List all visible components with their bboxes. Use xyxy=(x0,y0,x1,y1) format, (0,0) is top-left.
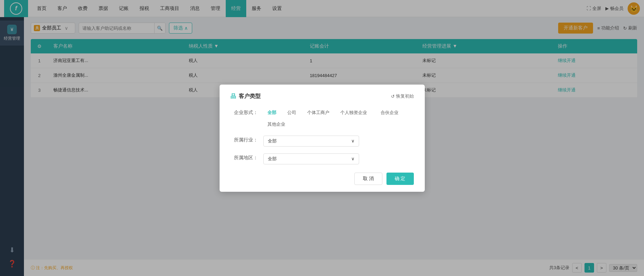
reset-icon: ↺ xyxy=(391,94,395,99)
region-form-row: 所属地区： 全部 ∨ xyxy=(231,153,414,164)
enterprise-tag-all[interactable]: 全部 xyxy=(263,108,280,117)
industry-select[interactable]: 全部 ∨ xyxy=(263,136,359,147)
industry-dropdown-icon: ∨ xyxy=(351,138,355,143)
dialog-footer: 取 消 确 定 xyxy=(231,173,414,185)
reset-button[interactable]: ↺ 恢复初始 xyxy=(391,93,414,99)
industry-form-row: 所属行业： 全部 ∨ xyxy=(231,136,414,147)
enterprise-tag-partnership[interactable]: 合伙企业 xyxy=(377,108,403,117)
dialog-title-icon: 品 xyxy=(231,93,236,100)
industry-form-content: 全部 ∨ xyxy=(263,136,414,147)
region-value: 全部 xyxy=(268,156,277,162)
filter-dialog-overlay[interactable]: 品 客户类型 ↺ 恢复初始 企业形式： 全部 公司 个体工商户 个人独资企业 合… xyxy=(0,0,644,276)
confirm-button[interactable]: 确 定 xyxy=(386,173,414,185)
region-dropdown-icon: ∨ xyxy=(351,156,355,161)
region-label: 所属地区： xyxy=(231,153,258,161)
dialog-title-text: 客户类型 xyxy=(239,93,261,100)
cancel-button[interactable]: 取 消 xyxy=(354,173,382,185)
enterprise-tag-group: 全部 公司 个体工商户 个人独资企业 合伙企业 其他企业 xyxy=(263,108,414,129)
enterprise-tag-company[interactable]: 公司 xyxy=(283,108,300,117)
industry-value: 全部 xyxy=(268,138,277,144)
region-select[interactable]: 全部 ∨ xyxy=(263,153,359,164)
reset-label: 恢复初始 xyxy=(396,93,414,99)
enterprise-form-label: 企业形式： xyxy=(231,108,258,116)
enterprise-tag-other[interactable]: 其他企业 xyxy=(263,120,289,129)
filter-dialog: 品 客户类型 ↺ 恢复初始 企业形式： 全部 公司 个体工商户 个人独资企业 合… xyxy=(220,85,425,192)
enterprise-form-row: 企业形式： 全部 公司 个体工商户 个人独资企业 合伙企业 其他企业 xyxy=(231,108,414,129)
dialog-header: 品 客户类型 ↺ 恢复初始 xyxy=(231,93,414,100)
industry-label: 所属行业： xyxy=(231,136,258,143)
enterprise-tag-individual[interactable]: 个人独资企业 xyxy=(336,108,371,117)
region-form-content: 全部 ∨ xyxy=(263,153,414,164)
enterprise-form-content: 全部 公司 个体工商户 个人独资企业 合伙企业 其他企业 xyxy=(263,108,414,129)
dialog-title: 品 客户类型 xyxy=(231,93,261,100)
enterprise-tag-sole[interactable]: 个体工商户 xyxy=(303,108,333,117)
